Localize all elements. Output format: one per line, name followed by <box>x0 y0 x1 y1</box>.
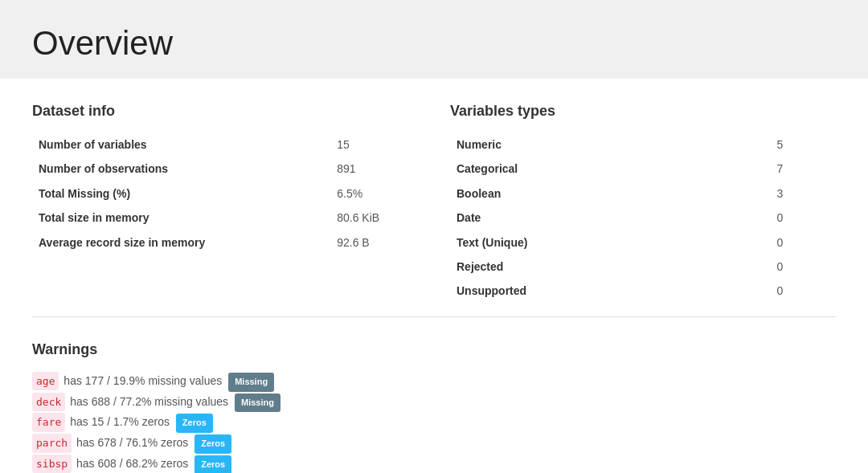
status-badge: Missing <box>228 373 274 392</box>
list-item: fare has 15 / 1.7% zeros Zeros <box>32 412 836 433</box>
info-label: Number of variables <box>32 133 330 157</box>
section-divider <box>32 316 836 317</box>
warning-text: has 688 / 77.2% missing values <box>67 395 231 408</box>
info-label: Total size in memory <box>32 206 330 230</box>
warnings-section: Warnings age has 177 / 19.9% missing val… <box>32 341 836 473</box>
table-row: Date 0 <box>450 206 836 230</box>
table-row: Unsupported 0 <box>450 279 836 303</box>
header-section: Overview <box>0 0 868 79</box>
var-type-value: 5 <box>771 133 836 157</box>
warnings-list: age has 177 / 19.9% missing values Missi… <box>32 371 836 473</box>
warnings-title: Warnings <box>32 341 836 358</box>
variables-types-table: Numeric 5 Categorical 7 Boolean 3 Date 0… <box>450 133 836 304</box>
info-value: 80.6 KiB <box>330 206 418 230</box>
var-type-value: 0 <box>771 255 836 279</box>
var-type-label: Rejected <box>450 255 771 279</box>
var-type-label: Unsupported <box>450 279 771 303</box>
table-row: Average record size in memory 92.6 B <box>32 230 418 255</box>
var-type-value: 7 <box>771 157 836 181</box>
info-label: Number of observations <box>32 157 330 181</box>
status-badge: Missing <box>235 393 280 413</box>
dataset-info-section: Dataset info Number of variables 15 Numb… <box>32 103 418 304</box>
info-value: 891 <box>330 157 418 181</box>
table-row: Total size in memory 80.6 KiB <box>32 206 418 230</box>
var-type-label: Date <box>450 206 771 230</box>
var-type-value: 0 <box>771 206 836 230</box>
table-row: Numeric 5 <box>450 133 836 157</box>
info-label: Total Missing (%) <box>32 181 330 206</box>
table-row: Text (Unique) 0 <box>450 230 836 255</box>
list-item: sibsp has 608 / 68.2% zeros Zeros <box>32 454 836 473</box>
page-title: Overview <box>32 24 836 63</box>
info-label: Average record size in memory <box>32 230 330 255</box>
dataset-info-title: Dataset info <box>32 103 418 120</box>
status-badge: Zeros <box>194 455 231 473</box>
var-type-value: 3 <box>771 181 836 206</box>
table-row: Boolean 3 <box>450 181 836 206</box>
info-value: 15 <box>330 133 418 157</box>
table-row: Categorical 7 <box>450 157 836 181</box>
var-type-label: Categorical <box>450 157 771 181</box>
warning-text: has 177 / 19.9% missing values <box>60 374 225 387</box>
var-type-value: 0 <box>771 279 836 303</box>
status-badge: Zeros <box>176 414 213 433</box>
warning-text: has 608 / 68.2% zeros <box>73 457 191 470</box>
var-name-tag: age <box>32 372 59 390</box>
info-value: 6.5% <box>330 181 418 206</box>
page-wrapper: Overview Dataset info Number of variable… <box>0 0 868 473</box>
var-type-label: Boolean <box>450 181 771 206</box>
var-name-tag: parch <box>32 434 72 452</box>
list-item: age has 177 / 19.9% missing values Missi… <box>32 371 836 392</box>
main-content: Dataset info Number of variables 15 Numb… <box>0 79 868 473</box>
var-type-label: Text (Unique) <box>450 230 771 255</box>
table-row: Number of variables 15 <box>32 133 418 157</box>
var-name-tag: fare <box>32 413 65 431</box>
two-col-layout: Dataset info Number of variables 15 Numb… <box>32 103 836 304</box>
info-value: 92.6 B <box>330 230 418 255</box>
variables-types-title: Variables types <box>450 103 836 120</box>
var-name-tag: deck <box>32 393 65 411</box>
table-row: Rejected 0 <box>450 255 836 279</box>
list-item: deck has 688 / 77.2% missing values Miss… <box>32 392 836 413</box>
var-type-label: Numeric <box>450 133 771 157</box>
status-badge: Zeros <box>194 434 231 454</box>
dataset-info-table: Number of variables 15 Number of observa… <box>32 133 418 255</box>
table-row: Number of observations 891 <box>32 157 418 181</box>
table-row: Total Missing (%) 6.5% <box>32 181 418 206</box>
list-item: parch has 678 / 76.1% zeros Zeros <box>32 433 836 454</box>
warning-text: has 15 / 1.7% zeros <box>67 415 173 428</box>
var-type-value: 0 <box>771 230 836 255</box>
var-name-tag: sibsp <box>32 455 72 473</box>
variables-types-section: Variables types Numeric 5 Categorical 7 … <box>450 103 836 304</box>
warning-text: has 678 / 76.1% zeros <box>73 436 191 449</box>
